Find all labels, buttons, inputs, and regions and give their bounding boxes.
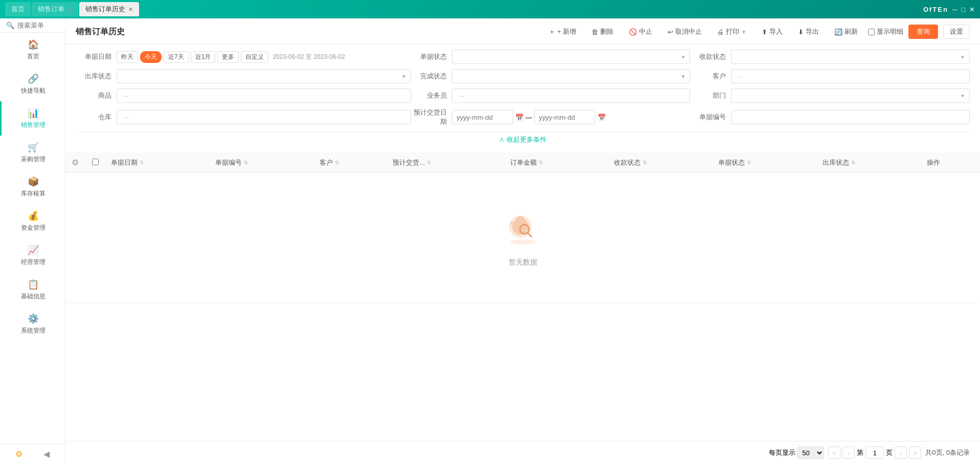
date-btn-7days[interactable]: 近7天	[164, 51, 189, 63]
sort-order-status[interactable]: 单据状态 ⇅	[718, 158, 810, 167]
department-select[interactable]: ▼	[731, 89, 970, 103]
sidebar-collapse-icon[interactable]: ◀	[43, 449, 50, 459]
completion-status-select[interactable]: ▼	[452, 69, 691, 83]
page-size-label: 每页显示	[769, 448, 795, 457]
collapse-bar[interactable]: ∧ 收起更多条件	[76, 131, 970, 147]
sort-delivery[interactable]: 预计交货... ⇅	[393, 158, 497, 167]
date-btn-custom[interactable]: 自定义	[241, 51, 268, 63]
tab-sales-order-history[interactable]: 销售订单历史 ✕	[79, 2, 139, 16]
stop-icon: 🚫	[629, 28, 637, 36]
order-number-input[interactable]	[731, 110, 970, 124]
query-button[interactable]: 查询	[908, 25, 938, 39]
payment-status-select[interactable]: ▼	[731, 50, 970, 64]
warehouse-status-select[interactable]: ▼	[117, 69, 411, 83]
display-detail-input[interactable]	[868, 29, 875, 35]
page-number-input[interactable]	[865, 447, 884, 459]
date-btn-yesterday[interactable]: 昨天	[117, 51, 138, 63]
tab-sales-order[interactable]: 销售订单 ✕	[32, 2, 78, 16]
sidebar-item-quick-nav-label: 快捷导航	[21, 86, 45, 95]
search-menu-input[interactable]	[17, 21, 69, 29]
finance-icon: 💰	[28, 210, 39, 222]
tab-sales-order-history-close[interactable]: ✕	[128, 6, 133, 13]
customer-ellipsis[interactable]: ···	[736, 73, 745, 80]
sidebar-item-inventory[interactable]: 📦 库存核算	[0, 170, 65, 204]
prev-page-btn[interactable]: ‹	[842, 447, 855, 459]
sidebar-item-operations[interactable]: 📈 经营管理	[0, 238, 65, 273]
tab-sales-order-history-label: 销售订单历史	[85, 5, 125, 14]
th-number-label: 单据编号	[215, 158, 242, 167]
filter-row-1: 单据日期 昨天 今天 近7天 近1月 更多 自定义 2023-06-02 至 2…	[76, 50, 970, 64]
delivery-date-end[interactable]	[534, 110, 596, 124]
filter-row-4: 仓库 ··· 预计交货日期 📅 — 📅	[76, 108, 970, 126]
product-ellipsis[interactable]: ···	[121, 92, 131, 100]
close-window-btn[interactable]: ✕	[969, 6, 975, 13]
cancel-stop-button[interactable]: ↩ 取消中止	[663, 25, 707, 38]
sidebar-item-basics-label: 基础信息	[21, 292, 45, 301]
system-icon: ⚙️	[28, 313, 39, 324]
filter-salesman-col: 业务员 ···	[411, 89, 691, 103]
first-page-btn[interactable]: «	[828, 447, 840, 459]
sort-warehouse-status[interactable]: 出库状态 ⇅	[823, 158, 915, 167]
export-button[interactable]: ⬇ 导出	[793, 25, 824, 38]
sidebar-item-home[interactable]: 🏠 首页	[0, 33, 65, 67]
filter-product-col: 商品 ···	[76, 89, 411, 103]
department-arrow: ▼	[960, 93, 965, 99]
export-icon: ⬇	[798, 28, 804, 36]
product-label: 商品	[76, 91, 117, 100]
tab-sales-order-label: 销售订单	[38, 5, 64, 14]
th-customer: 客户 ⇅	[313, 152, 387, 173]
sidebar-settings-icon[interactable]: ⚙	[15, 449, 22, 459]
order-status-select[interactable]: ▼	[452, 50, 691, 64]
tab-sales-order-close[interactable]: ✕	[67, 6, 72, 13]
sidebar-item-purchase[interactable]: 🛒 采购管理	[0, 136, 65, 170]
sidebar-item-system[interactable]: ⚙️ 系统管理	[0, 307, 65, 341]
date-btn-more[interactable]: 更多	[217, 51, 239, 63]
filter-section: 销售订单历史 ＋ + 新增 🗑 删除 🚫 中止	[65, 18, 980, 152]
select-all-checkbox[interactable]	[92, 159, 99, 165]
refresh-button[interactable]: 🔄 刷新	[829, 25, 863, 38]
sort-amount[interactable]: 订单金额 ⇅	[510, 158, 602, 167]
tab-home-label: 首页	[11, 5, 25, 14]
sidebar-item-basics[interactable]: 📋 基础信息	[0, 273, 65, 307]
sort-payment-status[interactable]: 收款状态 ⇅	[614, 158, 706, 167]
next-page-btn[interactable]: ›	[895, 447, 907, 459]
table-gear-icon[interactable]: ⚙	[72, 158, 79, 167]
calendar-start-icon[interactable]: 📅	[515, 114, 523, 121]
main-layout: 🔍 🏠 首页 🔗 快捷导航 📊 销售管理 🛒 采购管理 📦 库存核算 💰 资金管…	[0, 18, 980, 464]
sidebar-item-finance[interactable]: 💰 资金管理	[0, 204, 65, 238]
delivery-date-start[interactable]	[452, 110, 513, 124]
date-btn-1month[interactable]: 近1月	[191, 51, 216, 63]
import-button[interactable]: ⬆ 导入	[757, 25, 788, 38]
last-page-btn[interactable]: »	[909, 447, 921, 459]
sort-date[interactable]: 单据日期 ⇅	[111, 158, 203, 167]
page-header-top: 销售订单历史 ＋ + 新增 🗑 删除 🚫 中止	[76, 25, 970, 39]
sidebar-item-quick-nav[interactable]: 🔗 快捷导航	[0, 67, 65, 101]
th-delivery-label: 预计交货...	[393, 158, 425, 167]
new-button[interactable]: ＋ + 新增	[543, 25, 581, 38]
page-size-dropdown[interactable]: 50 10 20 100	[797, 447, 824, 459]
filter-date-col: 单据日期 昨天 今天 近7天 近1月 更多 自定义 2023-06-02 至 2…	[76, 51, 411, 63]
payment-status-arrow: ▼	[960, 54, 965, 60]
salesman-ellipsis[interactable]: ···	[457, 92, 466, 100]
brand-label: OfTEn	[923, 6, 948, 13]
settings-button[interactable]: 设置	[943, 25, 970, 39]
display-detail-checkbox[interactable]: 显示明细	[868, 27, 903, 36]
th-date-label: 单据日期	[111, 158, 138, 167]
sort-number[interactable]: 单据编号 ⇅	[215, 158, 307, 167]
sort-customer[interactable]: 客户 ⇅	[320, 158, 381, 167]
stop-button[interactable]: 🚫 中止	[624, 25, 657, 38]
print-button[interactable]: 🖨 打印 ▼	[712, 25, 751, 38]
delete-button[interactable]: 🗑 删除	[586, 25, 619, 38]
maximize-btn[interactable]: □	[961, 6, 965, 13]
date-btn-today[interactable]: 今天	[140, 51, 162, 63]
filter-order-number-col: 单据编号	[690, 110, 970, 124]
sidebar-item-sales[interactable]: 📊 销售管理	[0, 101, 65, 136]
print-icon: 🖨	[717, 28, 724, 36]
tab-home[interactable]: 首页	[5, 2, 31, 16]
print-label: 打印	[726, 27, 739, 36]
order-status-arrow: ▼	[681, 54, 686, 60]
minimize-btn[interactable]: ─	[952, 6, 957, 13]
calendar-end-icon[interactable]: 📅	[598, 114, 606, 121]
sort-amount-icon: ⇅	[539, 160, 543, 165]
warehouse-ellipsis[interactable]: ···	[121, 114, 131, 121]
